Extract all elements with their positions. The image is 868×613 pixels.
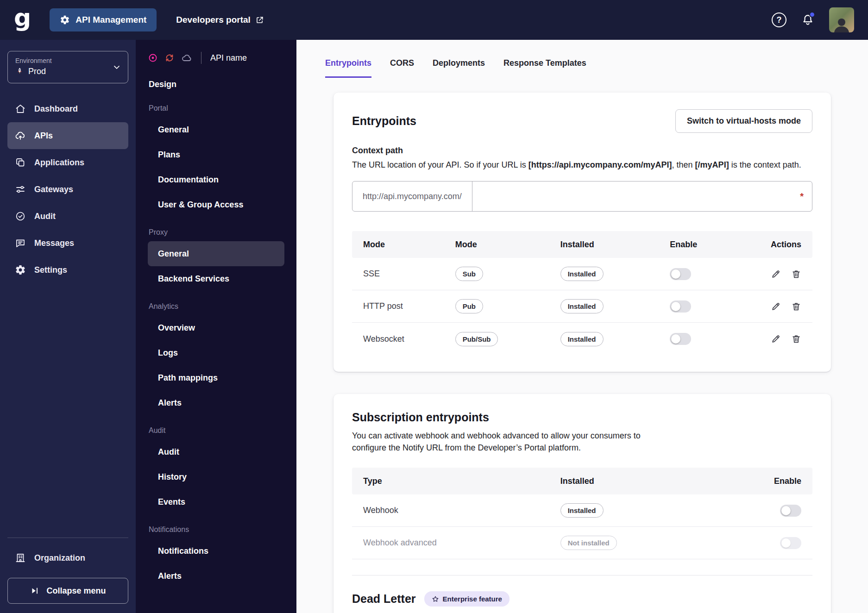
- table-row-sse: SSE Sub Installed: [352, 258, 812, 290]
- api-menu-item-plans[interactable]: Plans: [148, 142, 284, 167]
- delete-icon[interactable]: [791, 334, 801, 344]
- api-menu-item-portal-general[interactable]: General: [148, 117, 284, 142]
- sidebar-item-label: APIs: [34, 131, 53, 141]
- desc-url-bold: [https://api.mycompany.com/myAPI]: [528, 160, 672, 169]
- subscription-table-header: Type Installed Enable: [352, 468, 812, 494]
- sidebar-item-organization[interactable]: Organization: [7, 544, 128, 571]
- topbar: g API Management Developers portal ?: [0, 0, 868, 40]
- sidebar-item-gateways[interactable]: Gateways: [7, 176, 128, 203]
- chevron-down-icon: [112, 63, 121, 72]
- collapse-icon: [30, 586, 40, 596]
- entrypoint-name: SSE: [363, 269, 455, 279]
- tab-cors[interactable]: CORS: [390, 58, 414, 78]
- sidebar-item-label: Messages: [34, 238, 74, 248]
- context-path-field: http://api.mycompany.com/ *: [352, 181, 812, 212]
- api-deploy-cloud-icon: [181, 52, 192, 63]
- api-menu-item-overview[interactable]: Overview: [148, 315, 284, 340]
- gear-icon: [15, 264, 26, 275]
- api-menu-item-user-group-access[interactable]: User & Group Access: [148, 192, 284, 217]
- notifications-bell-icon[interactable]: [801, 13, 814, 26]
- installed-chip: Installed: [560, 332, 604, 346]
- context-path-prefix: http://api.mycompany.com/: [352, 181, 472, 211]
- delete-icon[interactable]: [791, 269, 801, 279]
- api-out-of-sync-icon: [164, 53, 175, 63]
- subscription-title: Subscription entrypoints: [352, 411, 812, 424]
- tab-deployments[interactable]: Deployments: [433, 58, 485, 78]
- help-glyph: ?: [777, 15, 782, 25]
- environment-value: Prod: [28, 67, 46, 76]
- installed-chip: Installed: [560, 503, 604, 518]
- star-icon: [432, 595, 439, 603]
- subscription-type: Webhook advanced: [363, 538, 560, 548]
- sidebar-item-label: Organization: [34, 553, 85, 563]
- home-icon: [15, 103, 26, 114]
- api-menu-item-proxy-general[interactable]: General: [148, 241, 284, 266]
- api-management-button[interactable]: API Management: [50, 8, 157, 31]
- enterprise-feature-badge: Enterprise feature: [424, 591, 509, 607]
- api-header: API name: [148, 52, 284, 64]
- api-state-record-icon: [148, 53, 158, 63]
- entrypoints-table: Mode Mode Installed Enable Actions SSE S…: [352, 231, 812, 355]
- delete-icon[interactable]: [791, 301, 801, 312]
- gravitee-logo[interactable]: g: [14, 8, 31, 28]
- api-menu-panel: API name Design Portal General Plans Doc…: [136, 40, 296, 613]
- sidebar-item-messages[interactable]: Messages: [7, 230, 128, 256]
- audit-check-icon: [15, 211, 26, 222]
- subscription-entrypoints-card: Subscription entrypoints You can activat…: [333, 394, 831, 613]
- header-enable: Enable: [670, 240, 757, 250]
- tab-entrypoints[interactable]: Entrypoints: [325, 58, 371, 78]
- entrypoint-name: Websocket: [363, 334, 455, 344]
- edit-icon[interactable]: [771, 334, 781, 344]
- switch-virtual-hosts-button[interactable]: Switch to virtual-hosts mode: [675, 109, 812, 133]
- desc-text: The URL location of your API. So if your…: [352, 160, 528, 169]
- api-menu-item-analytics-alerts[interactable]: Alerts: [148, 390, 284, 415]
- subscription-table: Type Installed Enable Webhook Installed …: [352, 468, 812, 559]
- enable-toggle[interactable]: [670, 268, 691, 280]
- environment-selector[interactable]: Environment Prod: [7, 51, 128, 83]
- topbar-actions: ?: [772, 7, 854, 32]
- sidebar-bottom: Organization Collapse menu: [7, 538, 128, 604]
- api-menu-item-history[interactable]: History: [148, 464, 284, 489]
- api-management-label: API Management: [75, 15, 146, 25]
- api-menu-design[interactable]: Design: [148, 76, 284, 93]
- mode-chip: Pub/Sub: [455, 332, 498, 346]
- api-menu-item-backend-services[interactable]: Backend Services: [148, 266, 284, 291]
- developers-portal-link[interactable]: Developers portal: [176, 15, 264, 25]
- table-row-http-post: HTTP post Pub Installed: [352, 290, 812, 323]
- tab-response-templates[interactable]: Response Templates: [503, 58, 586, 78]
- api-menu-item-notifications[interactable]: Notifications: [148, 538, 284, 563]
- user-avatar[interactable]: [829, 7, 854, 32]
- tab-bar: Entrypoints CORS Deployments Response Te…: [296, 40, 868, 78]
- table-row-webhook: Webhook Installed: [352, 494, 812, 527]
- edit-icon[interactable]: [771, 301, 781, 312]
- sidebar-item-settings[interactable]: Settings: [7, 256, 128, 283]
- messages-icon: [15, 238, 26, 249]
- enable-toggle[interactable]: [780, 505, 801, 517]
- help-icon[interactable]: ?: [772, 13, 786, 27]
- api-menu-item-path-mappings[interactable]: Path mappings: [148, 365, 284, 390]
- api-menu-item-logs[interactable]: Logs: [148, 340, 284, 365]
- context-path-input[interactable]: [472, 181, 800, 211]
- api-menu-item-audit[interactable]: Audit: [148, 439, 284, 464]
- sidebar-item-audit[interactable]: Audit: [7, 203, 128, 230]
- enable-toggle[interactable]: [670, 333, 691, 345]
- organization-building-icon: [15, 552, 26, 563]
- collapse-menu-button[interactable]: Collapse menu: [7, 578, 128, 604]
- gear-icon: [60, 15, 70, 25]
- vertical-divider: [201, 52, 201, 64]
- sidebar-item-applications[interactable]: Applications: [7, 149, 128, 176]
- api-menu-item-notification-alerts[interactable]: Alerts: [148, 563, 284, 588]
- header-installed: Installed: [560, 476, 740, 486]
- mode-chip: Pub: [455, 299, 483, 313]
- desc-path-bold: [/myAPI]: [695, 160, 729, 169]
- entrypoint-name: HTTP post: [363, 301, 455, 311]
- api-menu-item-events[interactable]: Events: [148, 489, 284, 514]
- section-title-portal: Portal: [149, 104, 284, 113]
- sidebar-item-dashboard[interactable]: Dashboard: [7, 95, 128, 122]
- api-menu-item-documentation[interactable]: Documentation: [148, 167, 284, 192]
- edit-icon[interactable]: [771, 269, 781, 279]
- header-actions: Actions: [757, 240, 801, 250]
- sidebar-item-apis[interactable]: APIs: [7, 122, 128, 149]
- enable-toggle[interactable]: [670, 300, 691, 313]
- applications-icon: [15, 157, 26, 168]
